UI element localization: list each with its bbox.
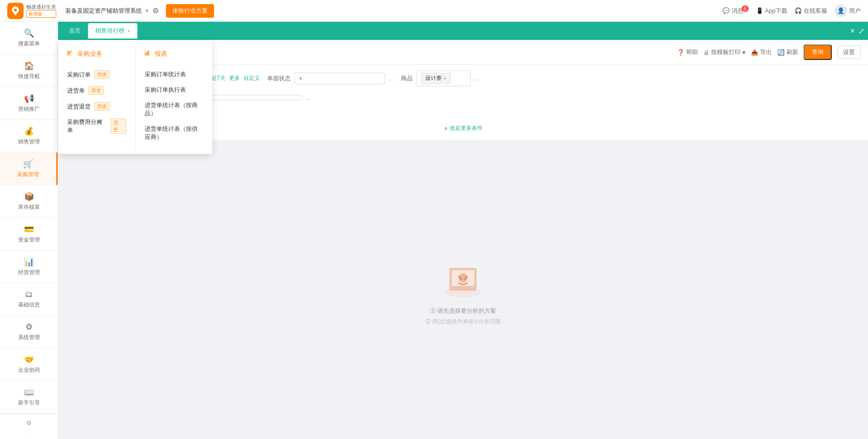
report-item-label: 采购订单统计表 [145,70,186,79]
report-col-icon [143,49,151,59]
svg-rect-9 [145,54,146,55]
purchase-item-2[interactable]: 进货退货 历史 [65,99,128,114]
report-item-2[interactable]: 进货单统计表（按商品） [143,98,205,121]
purchase-col-header: 采购业务 [65,49,128,61]
history-badge: 历史 [88,86,104,95]
purchase-item-3[interactable]: 采购费用分摊单 历史 [65,114,128,138]
report-item-3[interactable]: 进货单统计表（按供应商） [143,121,205,145]
purchase-dropdown-menu: 采购业务 采购订单 历史 进货单 历史 进货退货 历史 采购费用分摊单 历史 [58,40,212,154]
purchase-item-0[interactable]: 采购订单 历史 [65,67,128,83]
item-label: 进货单 [67,87,85,95]
item-label: 进货退货 [67,103,91,111]
history-badge: 历史 [94,70,110,79]
history-badge: 历史 [94,102,110,111]
report-item-label: 进货单统计表（按供应商） [145,125,204,141]
report-items-list: 采购订单统计表采购订单执行表进货单统计表（按商品）进货单统计表（按供应商） [143,67,205,145]
history-badge: 历史 [111,118,126,134]
report-item-label: 进货单统计表（按商品） [145,101,204,118]
report-item-1[interactable]: 采购订单执行表 [143,82,205,98]
purchase-col-icon [65,49,73,59]
report-col-header: 报表 [143,49,205,61]
purchase-item-1[interactable]: 进货单 历史 [65,83,128,99]
main-area: 🔍 搜索菜单 🏠 快捷导航 📢 营销推广 💰 销售管理 🛒 采购管理 📦 库存核… [0,22,868,439]
dropdown-cols: 采购业务 采购订单 历史 进货单 历史 进货退货 历史 采购费用分摊单 历史 [58,45,212,148]
purchase-business-col: 采购业务 采购订单 历史 进货单 历史 进货退货 历史 采购费用分摊单 历史 [58,45,135,148]
purchase-items-list: 采购订单 历史 进货单 历史 进货退货 历史 采购费用分摊单 历史 [65,67,128,138]
item-label: 采购费用分摊单 [67,118,107,134]
report-col: 报表 采购订单统计表采购订单执行表进货单统计表（按商品）进货单统计表（按供应商） [136,45,213,148]
svg-rect-10 [146,52,147,55]
report-item-label: 采购订单执行表 [145,86,186,94]
item-label: 采购订单 [67,71,91,79]
svg-rect-11 [148,51,149,55]
report-item-0[interactable]: 采购订单统计表 [143,67,205,82]
